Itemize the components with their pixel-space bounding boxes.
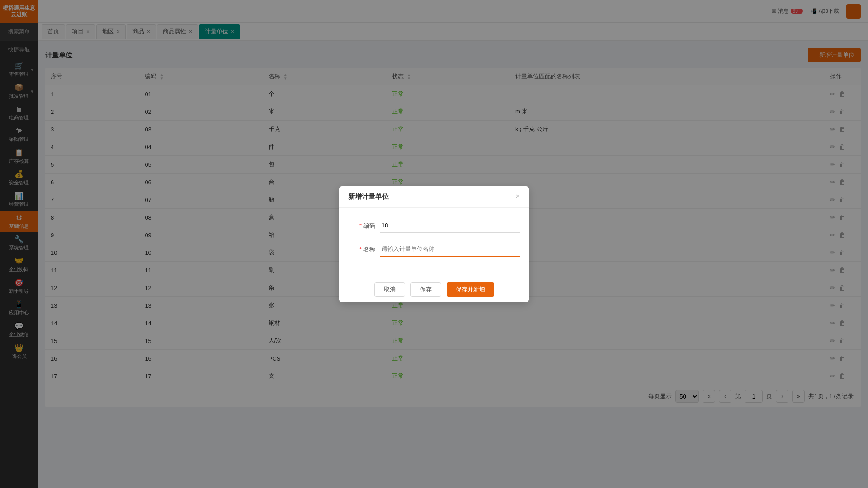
modal-header: 新增计量单位 × xyxy=(339,186,529,208)
save-and-new-button[interactable]: 保存并新增 xyxy=(447,282,494,297)
save-button[interactable]: 保存 xyxy=(410,282,441,297)
name-input[interactable] xyxy=(380,242,520,257)
code-input[interactable] xyxy=(380,219,520,233)
modal-footer: 取消 保存 保存并新增 xyxy=(339,277,529,302)
code-form-row: *编码 xyxy=(348,219,520,233)
code-label: *编码 xyxy=(348,222,375,230)
required-marker: * xyxy=(359,222,362,229)
cancel-button[interactable]: 取消 xyxy=(374,282,405,297)
add-unit-modal: 新增计量单位 × *编码 *名称 取消 保存 保存并新增 xyxy=(339,186,529,302)
modal-overlay[interactable]: 新增计量单位 × *编码 *名称 取消 保存 保存并新增 xyxy=(0,0,868,488)
required-marker: * xyxy=(359,246,362,253)
name-form-row: *名称 xyxy=(348,242,520,257)
modal-title: 新增计量单位 xyxy=(348,192,389,201)
name-label: *名称 xyxy=(348,245,375,253)
modal-close-button[interactable]: × xyxy=(516,192,520,201)
modal-body: *编码 *名称 xyxy=(339,208,529,277)
